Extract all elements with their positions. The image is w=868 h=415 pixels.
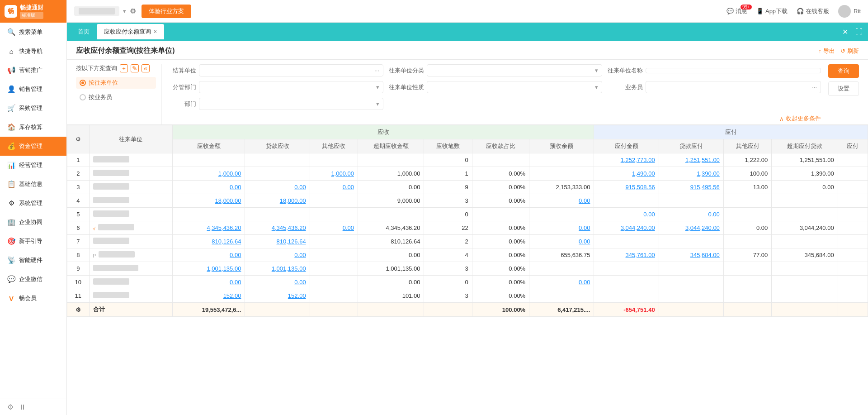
settings-col-header[interactable]: ⚙ [67,125,90,153]
ar-ratio: 0.00% [472,221,529,235]
tab-ar-query[interactable]: 应收应付余额查询 × [97,24,164,39]
loan-ar: 810,126.64 [245,235,310,248]
col-overdue-ar: 超期应收金额 [358,139,424,153]
ap-amount [594,276,659,289]
table-col-header-row: 应收金额 贷款应收 其他应收 超期应收金额 应收笔数 应收款占比 预收余额 应付… [67,139,868,153]
sidebar-item-guide[interactable]: 🎯 新手引导 [0,232,66,251]
sidebar-item-operations[interactable]: 📊 经营管理 [0,156,66,175]
unit-nature-input[interactable]: ▾ [427,81,602,93]
sidebar-item-system[interactable]: ⚙ 系统管理 [0,194,66,213]
overdue-ar: 1,001,135.00 [358,262,424,276]
messages-btn[interactable]: 💬 消息 99+ [726,7,747,15]
filter-row-2: 分管部门 ▾ 往来单位性质 ▾ 业务员 [169,81,821,93]
scheme-option-unit[interactable]: 按往来单位 [76,77,156,89]
settings-btn[interactable]: 设置 [828,81,859,96]
tab-home[interactable]: 首页 [71,24,97,39]
sidebar-item-sales[interactable]: 👤 销售管理 [0,80,66,99]
ar-count: 3 [424,262,472,276]
unit-category-input[interactable]: ▾ [427,64,602,76]
salesperson-input[interactable]: ··· [646,81,821,93]
table-row: 9 1,001,135.00 1,001,135.00 1,001,135.00… [67,262,868,276]
tab-close-icon[interactable]: × [154,29,157,35]
app-download-btn[interactable]: 📱 App下载 [756,7,788,15]
header-chevron[interactable]: ▾ [123,8,126,14]
sidebar-settings-icon[interactable]: ⚙ [7,403,14,411]
message-icon: 💬 [726,8,734,14]
collapse-label: 收起更多条件 [786,114,821,123]
unit-name [89,262,173,276]
sidebar-item-base[interactable]: 📋 基础信息 [0,175,66,194]
prepay [529,289,594,303]
ar-count: 0 [424,208,472,221]
window-expand-icon[interactable]: ⛶ [854,26,864,38]
query-btn[interactable]: 查询 [828,64,859,78]
loan-ap: 915,495.56 [659,181,723,194]
option-label-unit: 按往来单位 [89,79,118,87]
sidebar-item-marketing[interactable]: 📢 营销推广 [0,61,66,80]
sidebar-item-corp[interactable]: 🏢 企业协同 [0,213,66,232]
overdue-ar: 4,345,436.20 [358,221,424,235]
purchase-icon: 🛒 [7,104,15,112]
ap-amount: 345,761.00 [594,248,659,262]
online-service-btn[interactable]: 🎧 在线客服 [797,7,829,15]
sidebar-item-search[interactable]: 🔍 搜索菜单 [0,23,66,42]
unit-name-label: 往来单位名称 [607,67,643,75]
col-loan-ar: 贷款应收 [245,139,310,153]
page-header-actions: ↑ 导出 ↺ 刷新 [819,47,859,55]
total-ap2 [838,303,868,317]
scheme-option-staff[interactable]: 按业务员 [76,91,156,103]
sidebar-collapse-icon[interactable]: ⏸ [19,403,26,411]
other-ar [310,208,358,221]
sidebar-item-purchase[interactable]: 🛒 采购管理 [0,99,66,118]
total-settings[interactable]: ⚙ [67,303,90,317]
sidebar-item-shortcut[interactable]: ⌂ 快捷导航 [0,42,66,61]
ap-group-header: 应付 [594,125,868,139]
table-row: 2 1,000.00 1,000.00 1,000.00 1 0.00% 1,4… [67,167,868,181]
sidebar-item-finance[interactable]: 💰 资金管理 [0,137,66,156]
table-row: 8 P 0.00 0.00 0.00 4 0.00% 655,636.75 34… [67,248,868,262]
prepay: 0.00 [529,221,594,235]
overdue-ap: 345,684.00 [772,248,838,262]
filter-unit-name: 往来单位名称 [607,64,821,76]
hardware-icon: 📡 [7,256,15,264]
settlement-input[interactable]: ··· [199,64,383,76]
add-scheme-icon[interactable]: + [120,64,128,72]
window-close-icon[interactable]: ✕ [840,26,850,38]
edit-scheme-icon[interactable]: ✎ [131,64,139,72]
table-total-row: ⚙ 合计 19,553,472,6... 100.00% 6,417,215..… [67,303,868,317]
department-input[interactable]: ▾ [199,98,383,110]
filter-unit-nature: 往来单位性质 ▾ [388,81,602,93]
sidebar-item-wechat[interactable]: 💬 企业微信 [0,270,66,289]
service-icon: 🎧 [797,8,804,14]
tab-bar: 首页 应收应付余额查询 × ✕ ⛶ [67,23,868,41]
overdue-ap [772,276,838,289]
unit-name-input[interactable] [646,68,821,73]
loan-ap [659,194,723,208]
loan-ar: 18,000.00 [245,194,310,208]
gear-icon[interactable]: ⚙ [130,7,136,15]
collapse-scheme-icon[interactable]: « [142,64,150,72]
sidebar-item-inventory[interactable]: 🏠 库存核算 [0,118,66,137]
ar-ratio: 0.00% [472,276,529,289]
total-prepay: 6,417,215.... [529,303,594,317]
table-row: 3 0.00 0.00 0.00 0.00 9 0.00% 2,153,333.… [67,181,868,194]
refresh-btn[interactable]: ↺ 刷新 [840,47,859,55]
scheme-label: 按以下方案查询 [76,64,117,72]
collapse-btn[interactable]: ∧ 收起更多条件 [779,114,821,123]
sidebar-item-hardware[interactable]: 📡 智能硬件 [0,251,66,270]
logo-icon: 畅 [5,5,17,18]
sidebar-label-inventory: 库存核算 [19,123,42,131]
export-btn[interactable]: ↑ 导出 [819,47,835,55]
sidebar-item-member[interactable]: V 畅会员 [0,289,66,308]
ap2 [838,167,868,181]
tab-bar-actions: ✕ ⛶ [840,26,864,38]
filter-dept: 分管部门 ▾ [169,81,383,93]
wechat-icon: 💬 [7,275,15,283]
dept-input[interactable]: ▾ [199,81,383,93]
trial-btn[interactable]: 体验行业方案 [142,5,191,18]
loan-ap [659,289,723,303]
total-label: 合计 [89,303,173,317]
other-ap: 100.00 [723,167,771,181]
loan-ar: 0.00 [245,276,310,289]
row-num: 2 [67,167,90,181]
